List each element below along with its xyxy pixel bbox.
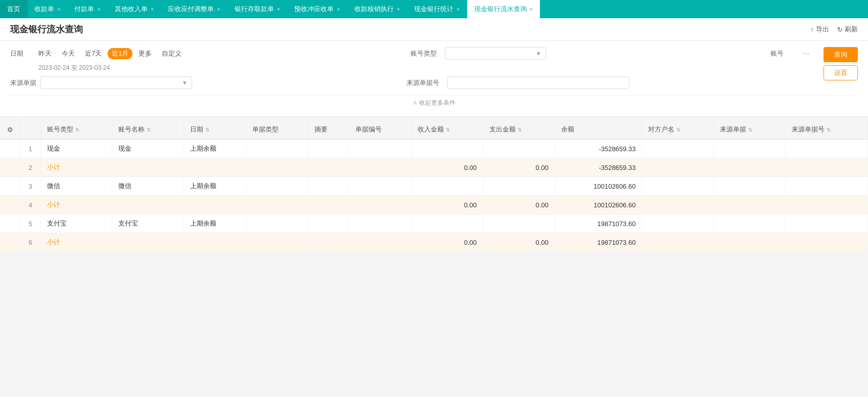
account-type-chevron-icon: ▾: [537, 50, 540, 57]
filter-row-source: 来源单据 ▾ 来源单据号: [10, 76, 813, 89]
date-option-1month[interactable]: 近1月: [108, 48, 132, 59]
nav-close-cash-stats[interactable]: ×: [456, 6, 460, 12]
nav-item-cash-flow[interactable]: 现金银行流水查询 ×: [467, 0, 540, 18]
row-doc-num: [349, 140, 412, 158]
date-option-more[interactable]: 更多: [134, 48, 156, 59]
th-counterpart[interactable]: 对方户名⇅: [642, 120, 714, 140]
row-income: [412, 140, 483, 158]
row-date: [184, 233, 246, 252]
refresh-icon: ↻: [837, 26, 843, 33]
row-doc-type: [246, 158, 308, 177]
th-account-name[interactable]: 账号名称⇅: [112, 120, 184, 140]
table-header-row: ⚙ 账号类型⇅ 账号名称⇅ 日期⇅ 单据类型 摘要 单据编号 收入金额⇅ 支出金…: [0, 120, 868, 140]
source-doc-chevron-icon: ▾: [183, 79, 187, 86]
th-date[interactable]: 日期⇅: [184, 120, 246, 140]
nav-item-cash-stats[interactable]: 现金银行统计 ×: [407, 0, 467, 18]
nav-item-prepayment[interactable]: 预收冲应收单 ×: [287, 0, 347, 18]
row-balance: -3528659.33: [555, 140, 642, 158]
table-row[interactable]: 3 微信 微信 上期余额 100102606.60: [0, 177, 868, 196]
table-row[interactable]: 1 现金 现金 上期余额 -3528659.33: [0, 140, 868, 158]
row-doc-type: [246, 233, 308, 252]
row-doc-num: [349, 233, 412, 252]
nav-close-payment[interactable]: ×: [97, 6, 100, 12]
table-row[interactable]: 6 小计 0.00 0.00 19871073.60: [0, 233, 868, 252]
row-source-doc: [714, 140, 786, 158]
row-balance: 19871073.60: [555, 214, 642, 233]
row-date: 上期余额: [184, 177, 246, 196]
sort-icon-source-doc-num: ⇅: [827, 127, 831, 133]
row-summary: [308, 233, 349, 252]
row-expense: [483, 214, 555, 233]
th-summary[interactable]: 摘要: [308, 120, 349, 140]
nav-item-bank-deposit[interactable]: 银行存取款单 ×: [227, 0, 287, 18]
source-doc-num-input[interactable]: [447, 76, 629, 89]
filter-account-type: 账号类型 ▾: [410, 47, 546, 60]
row-income: 0.00: [412, 196, 483, 214]
row-source-doc: [714, 177, 786, 196]
nav-item-receipt[interactable]: 收款单 ×: [27, 0, 67, 18]
table-row[interactable]: 4 小计 0.00 0.00 100102606.60: [0, 196, 868, 214]
date-option-today[interactable]: 今天: [58, 48, 79, 59]
nav-item-other-income[interactable]: 其他收入单 ×: [108, 0, 161, 18]
nav-item-collection[interactable]: 收款核销执行 ×: [347, 0, 407, 18]
row-gear-cell: [0, 233, 20, 252]
row-source-doc: [714, 233, 786, 252]
row-account-name: [112, 233, 184, 252]
row-summary: [308, 196, 349, 214]
refresh-button[interactable]: ↻ 刷新: [837, 25, 858, 34]
nav-close-prepayment[interactable]: ×: [337, 6, 340, 12]
th-gear[interactable]: ⚙: [0, 120, 20, 140]
nav-item-payment[interactable]: 付款单 ×: [67, 0, 107, 18]
nav-close-collection[interactable]: ×: [397, 6, 400, 12]
row-summary: [308, 158, 349, 177]
account-type-select[interactable]: ▾: [445, 47, 546, 60]
th-doc-num[interactable]: 单据编号: [349, 120, 412, 140]
row-num-cell: 3: [20, 177, 40, 196]
filter-area: 日期 昨天 今天 近7天 近1月 更多 自定义 账号类型 ▾: [0, 41, 868, 117]
date-option-custom[interactable]: 自定义: [158, 48, 186, 59]
row-gear-cell: [0, 177, 20, 196]
row-doc-type: [246, 140, 308, 158]
query-button[interactable]: 查询: [824, 47, 858, 62]
row-income: 0.00: [412, 158, 483, 177]
th-source-doc[interactable]: 来源单据⇅: [714, 120, 786, 140]
row-account-type: 小计: [40, 233, 112, 252]
th-source-doc-num[interactable]: 来源单据号⇅: [786, 120, 868, 140]
th-balance[interactable]: 余额: [555, 120, 642, 140]
export-button[interactable]: ↑ 导出: [811, 25, 830, 34]
date-option-yesterday[interactable]: 昨天: [34, 48, 56, 59]
row-gear-cell: [0, 158, 20, 177]
settings-button[interactable]: 设置: [824, 65, 858, 80]
sort-icon-counterpart: ⇅: [676, 127, 680, 133]
row-account-name: [112, 158, 184, 177]
th-row-num: [20, 120, 40, 140]
date-option-7days[interactable]: 近7天: [81, 48, 106, 59]
row-doc-num: [349, 158, 412, 177]
row-num-cell: 1: [20, 140, 40, 158]
collapse-bar[interactable]: ∧ 收起更多条件: [10, 95, 858, 110]
nav-item-home[interactable]: 首页: [0, 0, 27, 18]
nav-close-other-income[interactable]: ×: [151, 6, 154, 12]
row-balance: 19871073.60: [555, 233, 642, 252]
row-date: [184, 158, 246, 177]
nav-close-cash-flow[interactable]: ×: [530, 6, 533, 12]
th-income[interactable]: 收入金额⇅: [412, 120, 483, 140]
th-doc-type[interactable]: 单据类型: [246, 120, 308, 140]
source-doc-select[interactable]: ▾: [40, 76, 192, 89]
row-summary: [308, 140, 349, 158]
account-dots-button[interactable]: ···: [799, 49, 813, 58]
table-row[interactable]: 2 小计 0.00 0.00 -3528659.33: [0, 158, 868, 177]
th-account-type[interactable]: 账号类型⇅: [40, 120, 112, 140]
page-title: 现金银行流水查询: [10, 23, 83, 35]
nav-close-bank-deposit[interactable]: ×: [277, 6, 280, 12]
nav-item-adjustment[interactable]: 应收应付调整单 ×: [161, 0, 227, 18]
row-doc-type: [246, 177, 308, 196]
nav-close-receipt[interactable]: ×: [57, 6, 60, 12]
top-nav: 首页 收款单 × 付款单 × 其他收入单 × 应收应付调整单 × 银行存取款单 …: [0, 0, 868, 18]
row-expense: [483, 140, 555, 158]
table-row[interactable]: 5 支付宝 支付宝 上期余额 19871073.60: [0, 214, 868, 233]
row-counterpart: [642, 158, 714, 177]
th-expense[interactable]: 支出金额⇅: [483, 120, 555, 140]
nav-close-adjustment[interactable]: ×: [217, 6, 220, 12]
action-buttons: 查询 设置: [824, 47, 858, 80]
